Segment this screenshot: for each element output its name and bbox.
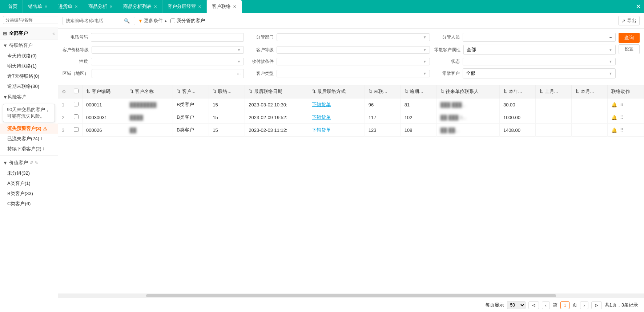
cell-actions[interactable]: 🔔 ⠿ bbox=[608, 98, 644, 111]
sidebar-item-churned[interactable]: 已流失客户(24) ℹ bbox=[0, 134, 58, 144]
cell-last-method[interactable]: 下销货单 bbox=[308, 111, 365, 124]
sidebar-group-risk[interactable]: ▼ 风险客户 bbox=[0, 92, 58, 102]
filter-field-status: 状态 ▼ bbox=[434, 58, 616, 65]
tab-close-analysis-list[interactable]: ✕ bbox=[154, 4, 157, 9]
collapse-icon[interactable]: « bbox=[52, 31, 55, 36]
row-checkbox[interactable] bbox=[74, 114, 79, 119]
filter-select-customer-type[interactable]: ▼ bbox=[277, 70, 430, 77]
cell-checkbox[interactable] bbox=[70, 98, 82, 111]
my-customer-check[interactable] bbox=[170, 19, 175, 23]
prev-page-button[interactable]: ‹ bbox=[542, 301, 550, 309]
filter-label-retail-customer: 零散客户 bbox=[434, 70, 460, 77]
tab-purchase[interactable]: 进货单 ✕ bbox=[53, 0, 83, 13]
filter-field-retail-attr: 零散客户属性 全部 ▼ bbox=[434, 45, 616, 55]
th-this-month[interactable]: ⇅ 本月... bbox=[572, 85, 608, 98]
th-year-amount[interactable]: ⇅ 本年... bbox=[499, 85, 535, 98]
per-page-select[interactable]: 50 100 200 bbox=[507, 301, 526, 309]
contact-icon[interactable]: 🔔 bbox=[611, 115, 617, 120]
refresh-icon[interactable]: ↺ bbox=[29, 160, 33, 165]
sidebar-search-input[interactable] bbox=[3, 16, 58, 24]
th-contact-count[interactable]: ⇅ 联络... bbox=[209, 85, 245, 98]
contact-icon[interactable]: 🔔 bbox=[611, 127, 617, 133]
more-actions-icon[interactable]: ⠿ bbox=[620, 102, 624, 108]
sidebar-item-today-pending[interactable]: 今天待联络(0) bbox=[0, 51, 58, 61]
window-close-button[interactable]: ✕ bbox=[636, 3, 641, 11]
cell-last-method[interactable]: 下销货单 bbox=[308, 98, 365, 111]
first-page-button[interactable]: ⊲ bbox=[528, 301, 539, 309]
filter-select-retail-customer[interactable]: 全部 ▼ bbox=[463, 68, 616, 78]
horizontal-scrollbar[interactable] bbox=[58, 293, 644, 298]
tab-close-analysis[interactable]: ✕ bbox=[109, 4, 113, 9]
sidebar-group-value[interactable]: ▼ 价值客户 ↺ ✎ bbox=[0, 157, 58, 168]
th-last-month[interactable]: ⇅ 上月... bbox=[535, 85, 571, 98]
th-last-date[interactable]: ⇅ 最后联络日期 bbox=[245, 85, 308, 98]
filter-select-status[interactable]: ▼ bbox=[463, 58, 616, 65]
filter-select-region[interactable]: ··· bbox=[92, 69, 244, 78]
cell-actions[interactable]: 🔔 ⠿ bbox=[608, 111, 644, 124]
edit-icon[interactable]: ✎ bbox=[35, 160, 38, 165]
sidebar-item-ungroup[interactable]: 未分组(32) bbox=[0, 168, 58, 178]
top-tab-bar: 首页 销售单 ✕ 进货单 ✕ 商品分析 ✕ 商品分析列表 ✕ 客户分层经营 ✕ … bbox=[0, 0, 644, 13]
th-uncontact[interactable]: ⇅ 未联... bbox=[365, 85, 401, 98]
filter-select-payment[interactable]: ▼ bbox=[277, 58, 430, 65]
cell-actions[interactable]: 🔔 ⠿ bbox=[608, 124, 644, 137]
tab-analysis-list[interactable]: 商品分析列表 ✕ bbox=[118, 0, 162, 13]
sidebar-group-pending[interactable]: ▼ 待联络客户 bbox=[0, 40, 58, 51]
cell-checkbox[interactable] bbox=[70, 111, 82, 124]
filter-select-manager[interactable]: ··· bbox=[463, 33, 616, 42]
filter-select-nature[interactable]: ▼ bbox=[91, 58, 244, 65]
filter-select-customer-level[interactable]: ▼ bbox=[277, 46, 430, 54]
toolbar-search-input[interactable] bbox=[66, 18, 124, 23]
toolbar-search-button[interactable]: 🔍 bbox=[124, 18, 130, 24]
tab-close-customer-link[interactable]: ✕ bbox=[233, 4, 236, 9]
filter-select-retail-attr[interactable]: 全部 ▼ bbox=[463, 45, 616, 55]
sidebar-item-declining[interactable]: 持续下滑客户(2) ℹ bbox=[0, 144, 58, 154]
export-button[interactable]: ↗ 导出 bbox=[618, 16, 640, 25]
filter-field-phone: 电话号码 bbox=[63, 33, 244, 42]
th-last-method[interactable]: ⇅ 最后联络方式 bbox=[308, 85, 365, 98]
th-overdue[interactable]: ⇅ 逾期... bbox=[401, 85, 436, 98]
sidebar-item-class-a[interactable]: A类客户(1) bbox=[0, 178, 58, 189]
sidebar-item-overdue-uncontact[interactable]: 逾期未联络(30) bbox=[0, 81, 58, 92]
filter-select-price-level[interactable]: ▼ bbox=[92, 46, 244, 54]
tab-close-purchase[interactable]: ✕ bbox=[75, 4, 78, 9]
tab-customer-segment[interactable]: 客户分层经营 ✕ bbox=[162, 0, 207, 13]
th-contacts[interactable]: ⇅ 往来单位联系人 bbox=[436, 85, 499, 98]
data-table: ⚙ ⇅ 客户编码 ⇅ 客户名称 ⇅ 客户... ⇅ 联络... ⇅ 最后联络日期… bbox=[58, 85, 644, 137]
filter-select-dept[interactable]: ▼ bbox=[277, 33, 430, 41]
th-name[interactable]: ⇅ 客户名称 bbox=[126, 85, 173, 98]
row-checkbox[interactable] bbox=[74, 102, 79, 106]
tab-home[interactable]: 首页 bbox=[3, 0, 23, 13]
scrollbar-thumb[interactable] bbox=[146, 294, 556, 297]
my-customer-checkbox[interactable]: 我分管的客户 bbox=[170, 17, 205, 24]
filter-more-button[interactable]: ▼ 更多条件 ▲ bbox=[138, 17, 168, 24]
more-actions-icon[interactable]: ⠿ bbox=[620, 115, 624, 120]
sidebar-item-class-c[interactable]: C类客户(6) bbox=[0, 199, 58, 209]
contact-icon[interactable]: 🔔 bbox=[611, 102, 617, 108]
th-settings[interactable]: ⚙ bbox=[58, 85, 70, 98]
cell-last-method[interactable]: 下销货单 bbox=[308, 124, 365, 137]
sidebar-item-tomorrow-pending[interactable]: 明天待联络(1) bbox=[0, 61, 58, 71]
cell-checkbox[interactable] bbox=[70, 124, 82, 137]
tab-customer-link[interactable]: 客户联络 ✕ bbox=[207, 0, 242, 13]
toolbar-right: ↗ 导出 bbox=[618, 16, 640, 25]
th-checkbox[interactable] bbox=[70, 85, 82, 98]
row-checkbox[interactable] bbox=[74, 127, 79, 132]
settings-button[interactable]: 设置 bbox=[619, 44, 640, 54]
th-code[interactable]: ⇅ 客户编码 bbox=[82, 85, 126, 98]
next-page-button[interactable]: › bbox=[580, 301, 588, 309]
tab-close-customer-segment[interactable]: ✕ bbox=[198, 4, 201, 9]
query-button[interactable]: 查询 bbox=[619, 33, 640, 43]
sidebar-item-churn-warning[interactable]: 流失预警客户(3) ⚠ bbox=[0, 123, 58, 134]
sidebar-item-7days-pending[interactable]: 近7天待联络(0) bbox=[0, 71, 58, 81]
last-page-button[interactable]: ⊳ bbox=[591, 301, 602, 309]
select-all-checkbox[interactable] bbox=[74, 89, 79, 93]
filter-input-phone[interactable] bbox=[91, 33, 244, 42]
more-actions-icon[interactable]: ⠿ bbox=[620, 127, 624, 133]
tab-sales[interactable]: 销售单 ✕ bbox=[23, 0, 53, 13]
sidebar-item-class-b[interactable]: B类客户(33) bbox=[0, 189, 58, 199]
tab-close-sales[interactable]: ✕ bbox=[44, 4, 48, 9]
sidebar-all-customers[interactable]: ⊞ 全部客户 « bbox=[0, 27, 58, 40]
tab-analysis[interactable]: 商品分析 ✕ bbox=[83, 0, 118, 13]
th-type[interactable]: ⇅ 客户... bbox=[173, 85, 209, 98]
